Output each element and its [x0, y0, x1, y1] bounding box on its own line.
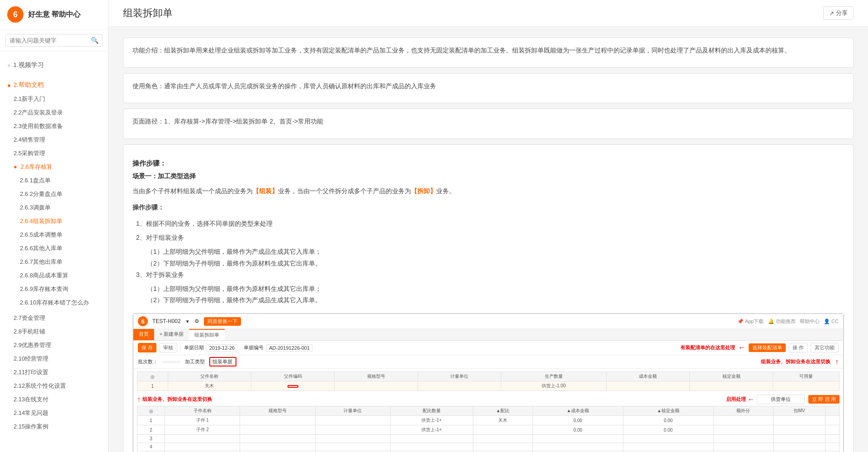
logo-text: 好生意 帮助中心: [28, 10, 80, 19]
btn-bom-process[interactable]: 选择装配清单: [749, 343, 786, 352]
steps-list: 1、根据不同的业务，选择不同单据的类型来处理 2、对于组装业务 （1）上部明细为…: [136, 218, 844, 306]
parent-table: ◎ 父件名称 父件编码 规格型号 计量单位 生产数量 成本金额 核定金额 可用量: [137, 371, 840, 391]
search-icon[interactable]: 🔍: [91, 37, 99, 44]
sidebar-item-install[interactable]: 2.2产品安装及登录: [0, 106, 108, 119]
sidebar-item-ledger-error[interactable]: 2.6.10库存账本错了怎么办: [0, 296, 108, 309]
intro-function-text: 功能介绍：组装拆卸单用来处理企业组装或拆卸等加工业务，支持有固定装配清单的产品加…: [132, 44, 844, 57]
nav-section-1: + 1.视频学习: [0, 55, 108, 75]
sidebar-item-cases[interactable]: 2.15操作案例: [0, 420, 108, 433]
step-2-1: （1）上部明细为父件明细，最终作为产成品生成其它入库单；: [147, 246, 844, 257]
minus-icon: ●: [7, 82, 11, 89]
sidebar-item-custom[interactable]: 2.12系统个性化设置: [0, 379, 108, 393]
app-logo: 6: [138, 316, 148, 326]
sidebar-item-partial-stocktake[interactable]: 2.6.2分量盘点单: [0, 187, 108, 201]
sidebar-item-faq[interactable]: 2.14常见问题: [0, 406, 108, 420]
intro-path-text: 页面路径：1、库存核算->库存管理->组装拆卸单 2、首页->常用功能: [132, 115, 844, 128]
sidebar-item-stocktake[interactable]: 2.6.1盘点单: [0, 174, 108, 187]
annotation-bom: 有装配清单的在这里处理: [680, 344, 735, 351]
app-tables: ◎ 父件名称 父件编码 规格型号 计量单位 生产数量 成本金额 核定金额 可用量: [133, 369, 843, 452]
sidebar-item-other-in[interactable]: 2.6.6其他入库单: [0, 242, 108, 255]
sidebar-item-beginner[interactable]: 2.1新手入门: [0, 92, 108, 106]
sidebar-item-data-prep[interactable]: 2.3使用前数据准备: [0, 119, 108, 133]
form-id-label: 单据编号: [244, 344, 264, 351]
sidebar-item-finance[interactable]: 2.7资金管理: [0, 311, 108, 325]
sidebar-item-payment[interactable]: 2.13在线支付: [0, 393, 108, 406]
btn-save[interactable]: 保 存: [138, 343, 156, 352]
plus-icon: +: [7, 62, 11, 69]
app-topbar: 6 TEST-H002 ▼ ⚙ 同质替换一下 📌 App下载 🔔 功能推荐 帮助…: [133, 314, 843, 329]
nav-section-2: ● 2.帮助文档 2.1新手入门 2.2产品安装及登录 2.3使用前数据准备 2…: [0, 75, 108, 436]
app-action-toolbar: 保 存 审核 | 单据日期 2019-12-26 单据编号 AD-2019122…: [133, 341, 843, 355]
sidebar-item-print[interactable]: 2.11打印设置: [0, 366, 108, 379]
step-2: 2、对于组装业务: [136, 232, 844, 243]
app-replace-btn[interactable]: 同质替换一下: [204, 317, 241, 326]
ops-section: 操作步骤： 场景一：加工类型选择 当由多个子件材料组装成一个成品的业务为【组装】…: [123, 144, 854, 452]
annotation-enable: 启用处理: [726, 396, 746, 403]
sidebar-item-coupons[interactable]: 2.9优惠券管理: [0, 338, 108, 352]
btn-extra2[interactable]: 其它功能: [811, 343, 839, 352]
annotation-switch: 组装业务、拆卸业务在这里切换: [761, 358, 830, 365]
step-1: 1、根据不同的业务，选择不同单据的类型来处理: [136, 218, 844, 229]
step-3-2: （2）下部明细为子件明细，最终作为产成品生成其它入库单。: [147, 295, 844, 306]
annotation-row: ↑ 组装业务、拆卸业务在这里切换 启用处理 ← 供货单位 立 即 启 用: [137, 395, 840, 404]
sidebar: 6 好生意 帮助中心 🔍 + 1.视频学习 ● 2.帮助文档 2.1新手入门 2…: [0, 0, 108, 452]
search-box: 🔍: [5, 34, 103, 47]
sidebar-item-sales[interactable]: 2.4销售管理: [0, 133, 108, 147]
page-title: 组装拆卸单: [123, 6, 173, 20]
step-3-1: （1）上部明细为父件明细，最终作为原材料生成其它出库单；: [147, 283, 844, 295]
intro-role-text: 使用角色：通常由生产人员或库管人员完成拆装业务的操作，库管人员确认原材料的出库和…: [132, 80, 844, 92]
sidebar-item-ledger-query[interactable]: 2.6.9库存账本查询: [0, 282, 108, 296]
arrow-icon-2: ↑: [835, 358, 839, 366]
sidebar-item-video-learning[interactable]: + 1.视频学习: [0, 58, 108, 72]
nav-children-2: 2.1新手入门 2.2产品安装及登录 2.3使用前数据准备 2.4销售管理 2.…: [0, 92, 108, 433]
subvalue-count: [162, 361, 180, 363]
arrow-right-icon: ←: [748, 395, 755, 404]
form-id-value: AD-20191226-001: [266, 344, 312, 352]
table-row: 2 子件 2 供货上-1+ 0.00 0.00: [137, 425, 840, 435]
step-3: 3、对于拆装业务: [136, 269, 844, 281]
sidebar-item-business-mgmt[interactable]: 2.10经营管理: [0, 352, 108, 366]
btn-extra[interactable]: 操 作: [788, 343, 808, 352]
search-input[interactable]: [9, 37, 91, 44]
share-icon: ↗: [829, 10, 834, 17]
circle-icon: ●: [14, 163, 17, 170]
arrow-up-icon: ↑: [137, 395, 141, 404]
btn-confirm-enable[interactable]: 立 即 启 用: [808, 395, 840, 404]
share-button[interactable]: ↗ 分享: [823, 6, 854, 20]
main: 组装拆卸单 ↗ 分享 功能介绍：组装拆卸单用来处理企业组装或拆卸等加工业务，支持…: [108, 0, 868, 452]
child-table: ◎ 子件名称 规格型号 计量单位 配比数量 ▲配比 ▲成本金额 ▲核定金额 额外…: [137, 406, 840, 452]
form-date-value: 2019-12-26: [207, 344, 237, 352]
table-row: 1 子件 1 供货上-1+ 关木 0.00 0.00: [137, 416, 840, 425]
nav-list: + 1.视频学习 ● 2.帮助文档 2.1新手入门 2.2产品安装及登录 2.3…: [0, 52, 108, 452]
intro-path-card: 页面路径：1、库存核算->库存管理->组装拆卸单 2、首页->常用功能: [123, 109, 854, 139]
sidebar-item-cost-recalc[interactable]: 2.6.8商品成本重算: [0, 269, 108, 282]
sublabel-count: 批次数：: [138, 358, 158, 365]
sidebar-item-purchase[interactable]: 2.5采购管理: [0, 147, 108, 160]
tab-home[interactable]: 首页: [133, 329, 154, 340]
ops-subtitle: 操作步骤：: [132, 201, 844, 214]
subvalue-type[interactable]: 组装单据: [209, 357, 236, 366]
tab-assembly-doc[interactable]: 组装拆卸单: [189, 329, 225, 340]
app-screenshot-inner: 6 TEST-H002 ▼ ⚙ 同质替换一下 📌 App下载 🔔 功能推荐 帮助…: [133, 314, 844, 452]
sidebar-item-assembly[interactable]: 2.6.4组装拆卸单: [0, 214, 108, 228]
app-screenshot: 6 TEST-H002 ▼ ⚙ 同质替换一下 📌 App下载 🔔 功能推荐 帮助…: [132, 313, 844, 452]
sidebar-item-other-out[interactable]: 2.6.7其他出库单: [0, 255, 108, 269]
app-dropdown-icon: ▼: [185, 319, 190, 324]
app-sub-form: 批次数： 加工类型 组装单据 组装业务、拆卸业务在这里切换 ↑: [133, 355, 843, 369]
app-icons-right: 📌 App下载 🔔 功能推荐 帮助中心 👤 CC: [737, 318, 839, 325]
sidebar-item-cost-adjust[interactable]: 2.6.5成本调整单: [0, 228, 108, 242]
sublabel-type: 加工类型: [185, 358, 205, 365]
search-area: 🔍: [0, 29, 108, 52]
sidebar-item-inventory[interactable]: ● 2.6库存核算: [0, 160, 108, 174]
sidebar-item-mobile[interactable]: 2.8手机旺铺: [0, 325, 108, 338]
field-supplier[interactable]: 供货单位: [757, 395, 805, 404]
table-row: 3: [137, 435, 840, 443]
tab-new-doc[interactable]: + 新建单据: [154, 329, 189, 340]
sidebar-item-transfer[interactable]: 2.6.3调拨单: [0, 201, 108, 214]
logo-area: 6 好生意 帮助中心: [0, 0, 108, 29]
intro-role-card: 使用角色：通常由生产人员或库管人员完成拆装业务的操作，库管人员确认原材料的出库和…: [123, 73, 854, 104]
btn-submit[interactable]: 审核: [159, 343, 177, 352]
sidebar-item-help-docs[interactable]: ● 2.帮助文档: [0, 78, 108, 92]
scene-title: 场景一：加工类型选择: [132, 172, 844, 181]
intro-function-card: 功能介绍：组装拆卸单用来处理企业组装或拆卸等加工业务，支持有固定装配清单的产品加…: [123, 38, 854, 68]
